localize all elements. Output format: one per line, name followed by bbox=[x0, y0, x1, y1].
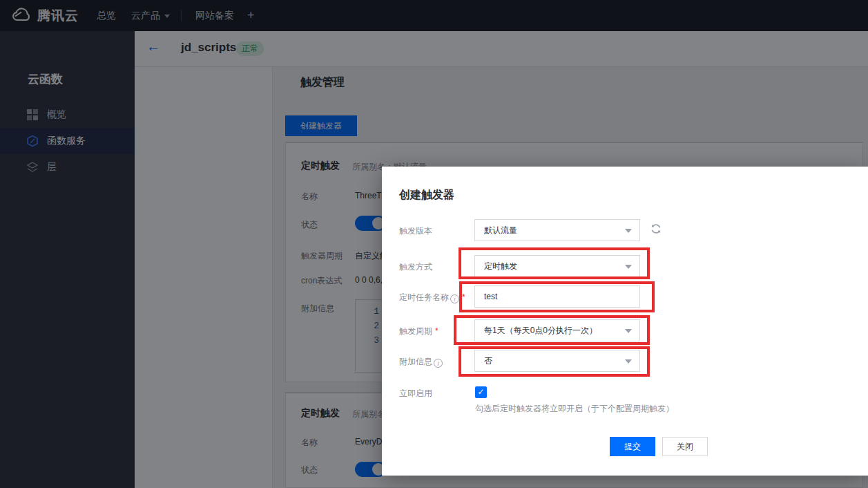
chevron-down-icon bbox=[625, 329, 632, 333]
close-button[interactable]: 关闭 bbox=[662, 437, 708, 456]
required-asterisk: * bbox=[462, 292, 465, 302]
required-asterisk: * bbox=[435, 326, 438, 336]
enable-now-checkbox-checked[interactable]: ✓ bbox=[475, 386, 487, 398]
refresh-icon[interactable] bbox=[650, 223, 662, 235]
field-label: 定时任务名称i* bbox=[399, 292, 465, 303]
enable-hint-text: 勾选后定时触发器将立即开启（于下个配置周期触发） bbox=[475, 403, 674, 415]
submit-button[interactable]: 提交 bbox=[610, 437, 655, 456]
extra-info-select[interactable]: 否 bbox=[474, 350, 640, 372]
create-trigger-modal: 创建触发器 触发版本 默认流量 触发方式 定时触发 定时任务名称i* test … bbox=[382, 167, 868, 476]
field-label: 触发版本 bbox=[399, 225, 432, 237]
info-icon[interactable]: i bbox=[434, 359, 443, 368]
field-label: 立即启用 bbox=[399, 388, 432, 400]
trigger-method-select[interactable]: 定时触发 bbox=[474, 255, 640, 277]
trigger-version-select[interactable]: 默认流量 bbox=[474, 219, 640, 241]
field-label: 触发周期* bbox=[399, 326, 438, 337]
field-label: 触发方式 bbox=[399, 261, 432, 273]
info-icon[interactable]: i bbox=[450, 294, 459, 303]
modal-title: 创建触发器 bbox=[399, 188, 454, 203]
trigger-cycle-select[interactable]: 每1天（每天0点0分执行一次） bbox=[474, 319, 640, 341]
task-name-input[interactable]: test bbox=[474, 285, 640, 308]
chevron-down-icon bbox=[625, 359, 632, 364]
chevron-down-icon bbox=[625, 229, 632, 233]
chevron-down-icon bbox=[625, 265, 632, 269]
field-label: 附加信息i bbox=[399, 356, 443, 368]
